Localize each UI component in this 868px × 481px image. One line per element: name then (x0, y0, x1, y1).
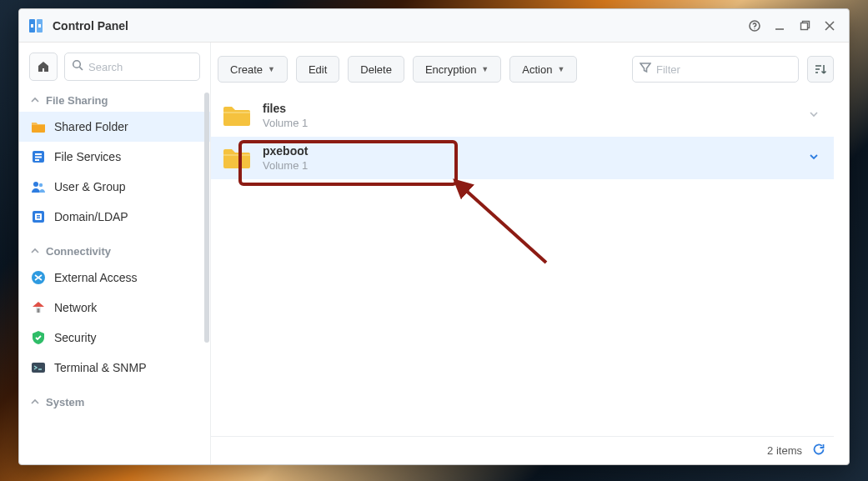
folder-name: pxeboot (263, 144, 797, 158)
external-access-icon (31, 270, 46, 285)
section-connectivity[interactable]: Connectivity (19, 240, 210, 263)
search-icon (72, 59, 83, 74)
button-label: Action (522, 63, 552, 76)
sidebar-scrollbar[interactable] (204, 93, 209, 343)
sidebar-item-security[interactable]: Security (19, 323, 210, 353)
svg-rect-26 (32, 363, 45, 373)
home-button[interactable] (29, 53, 58, 81)
create-button[interactable]: Create ▼ (218, 56, 288, 83)
svg-rect-2 (31, 24, 33, 28)
sidebar-item-label: Security (54, 331, 97, 344)
sidebar-item-label: Network (54, 301, 97, 314)
delete-button[interactable]: Delete (348, 56, 404, 83)
chevron-up-icon (31, 396, 39, 408)
button-label: Encryption (425, 63, 476, 76)
help-button[interactable] (742, 14, 767, 38)
folder-icon (223, 104, 251, 128)
folder-row[interactable]: pxeboot Volume 1 (211, 137, 834, 179)
window-title: Control Panel (53, 19, 742, 33)
section-label: Connectivity (46, 245, 111, 258)
sidebar-item-shared-folder[interactable]: Shared Folder (19, 112, 210, 142)
search-input[interactable] (88, 61, 193, 73)
status-count: 2 items (767, 444, 802, 457)
caret-down-icon: ▼ (481, 65, 489, 73)
user-group-icon (31, 179, 46, 194)
svg-rect-14 (35, 153, 42, 155)
svg-rect-25 (38, 308, 40, 313)
refresh-button[interactable] (812, 443, 825, 458)
maximize-button[interactable] (792, 14, 817, 38)
svg-point-5 (754, 28, 755, 29)
svg-rect-16 (35, 159, 39, 161)
terminal-icon (31, 360, 46, 375)
section-system[interactable]: System (19, 391, 210, 413)
sidebar-item-label: Domain/LDAP (54, 210, 128, 223)
caret-down-icon: ▼ (557, 65, 564, 73)
folder-icon (223, 147, 251, 170)
svg-point-11 (73, 61, 81, 68)
folder-volume: Volume 1 (263, 159, 797, 172)
svg-rect-8 (800, 23, 807, 30)
chevron-up-icon (31, 245, 39, 258)
svg-point-18 (39, 183, 43, 187)
sidebar-item-label: File Services (54, 150, 121, 163)
status-bar: 2 items (211, 436, 834, 464)
minimize-button[interactable] (767, 14, 792, 38)
folder-row[interactable]: files Volume 1 (211, 94, 834, 137)
svg-rect-15 (35, 157, 42, 158)
app-icon (28, 18, 44, 34)
filter-field[interactable] (632, 56, 799, 83)
folder-list: files Volume 1 pxeboot Volume 1 (211, 94, 834, 436)
sort-button[interactable] (807, 56, 834, 83)
svg-rect-22 (37, 218, 40, 219)
filter-icon (640, 62, 651, 77)
sidebar-item-label: User & Group (54, 180, 126, 193)
section-label: File Sharing (46, 94, 108, 107)
sidebar-item-file-services[interactable]: File Services (19, 142, 210, 172)
folder-volume: Volume 1 (263, 117, 797, 129)
sidebar-item-label: External Access (54, 271, 138, 284)
sidebar-item-network[interactable]: Network (19, 293, 210, 323)
sidebar: File Sharing Shared Folder File Services… (19, 43, 211, 464)
sidebar-item-external-access[interactable]: External Access (19, 263, 210, 293)
chevron-down-icon[interactable] (809, 109, 824, 122)
svg-rect-3 (38, 24, 41, 28)
toolbar: Create ▼ Edit Delete Encryption ▼ Action… (211, 56, 834, 94)
folder-icon (31, 119, 46, 134)
chevron-up-icon (31, 94, 39, 107)
shield-icon (31, 330, 46, 345)
close-button[interactable] (817, 14, 842, 38)
section-label: System (46, 396, 84, 408)
window-body: File Sharing Shared Folder File Services… (19, 43, 849, 464)
sidebar-item-user-group[interactable]: User & Group (19, 172, 210, 202)
edit-button[interactable]: Edit (296, 56, 339, 83)
main-panel: Create ▼ Edit Delete Encryption ▼ Action… (211, 43, 849, 464)
action-button[interactable]: Action ▼ (509, 56, 577, 83)
control-panel-window: Control Panel (18, 8, 850, 465)
sidebar-item-terminal-snmp[interactable]: Terminal & SNMP (19, 353, 210, 383)
titlebar: Control Panel (19, 9, 849, 43)
section-file-sharing[interactable]: File Sharing (19, 89, 210, 112)
network-icon (31, 300, 46, 315)
file-services-icon (31, 149, 46, 164)
svg-rect-21 (37, 215, 40, 217)
svg-line-12 (79, 67, 83, 70)
button-label: Create (230, 63, 263, 76)
sidebar-search[interactable] (64, 53, 200, 81)
folder-name: files (263, 102, 797, 115)
svg-rect-20 (35, 213, 42, 220)
filter-input[interactable] (656, 63, 791, 76)
chevron-down-icon[interactable] (809, 152, 824, 164)
sidebar-item-label: Terminal & SNMP (54, 361, 146, 374)
caret-down-icon: ▼ (268, 65, 275, 73)
svg-point-17 (33, 182, 38, 187)
domain-ldap-icon (31, 209, 46, 224)
button-label: Edit (309, 63, 327, 76)
encryption-button[interactable]: Encryption ▼ (413, 56, 501, 83)
button-label: Delete (360, 63, 392, 76)
sidebar-item-label: Shared Folder (54, 120, 128, 133)
sidebar-item-domain-ldap[interactable]: Domain/LDAP (19, 202, 210, 232)
